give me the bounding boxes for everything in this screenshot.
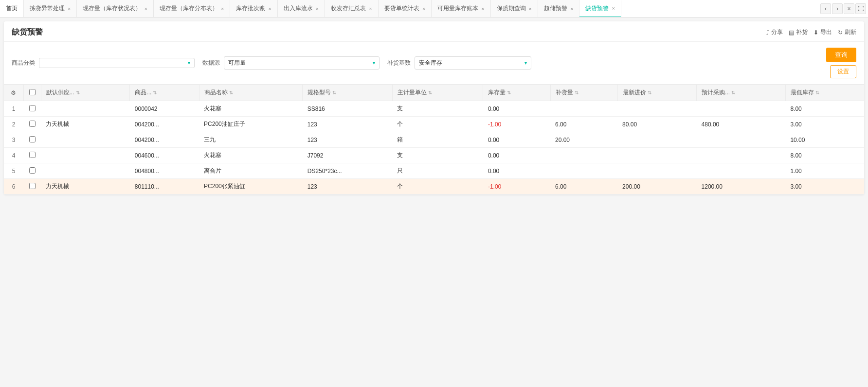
tab-flow[interactable]: 出入库流水 × (278, 0, 325, 17)
row-num-2: 2 (4, 117, 23, 132)
cell-replenish-qty-5 (550, 163, 617, 179)
cell-latest-price-6: 200.00 (617, 179, 696, 194)
tab-home[interactable]: 首页 (0, 0, 24, 17)
th-check (23, 85, 41, 101)
row-checkbox-1[interactable] (29, 105, 36, 111)
replenish-basis-select-arrow: ▾ (524, 60, 527, 66)
tab-order-stat-close[interactable]: × (422, 6, 425, 12)
tab-batch-close[interactable]: × (268, 6, 271, 12)
replenish-basis-select[interactable]: 安全库存 ▾ (415, 56, 531, 70)
tab-inventory-status[interactable]: 现存量（库存状况表） × (77, 0, 153, 17)
tab-exception-close[interactable]: × (68, 6, 71, 12)
th-unit: 主计量单位 ⇅ (392, 85, 483, 101)
cell-stock-1: 0.00 (483, 101, 550, 117)
cell-code-5: 004800... (130, 163, 199, 179)
tab-fullscreen[interactable]: ⛶ (855, 3, 866, 14)
row-check-3[interactable] (23, 132, 41, 148)
tab-scroll-right[interactable]: › (832, 3, 843, 14)
cell-unit-6: 个 (392, 179, 483, 194)
datasource-select[interactable]: 可用量 ▾ (224, 56, 380, 70)
row-check-6[interactable] (23, 179, 41, 194)
settings-button[interactable]: 设置 (830, 65, 856, 78)
row-check-2[interactable] (23, 117, 41, 132)
sort-icon-unit[interactable]: ⇅ (428, 90, 432, 95)
th-gear[interactable]: ⚙ (4, 85, 23, 101)
tab-available-ledger[interactable]: 可用量库存账本 × (432, 0, 490, 17)
cell-name-4: 火花塞 (199, 148, 303, 163)
row-check-1[interactable] (23, 101, 41, 117)
cell-min-stock-4: 8.00 (785, 148, 864, 163)
select-all-checkbox[interactable] (29, 89, 36, 95)
tab-shortage-close[interactable]: × (612, 5, 615, 11)
cell-latest-price-1 (617, 101, 696, 117)
replenish-basis-filter-group: 补货基数 安全库存 ▾ (387, 56, 531, 70)
export-icon: ⬇ (814, 29, 818, 36)
tab-expiry[interactable]: 保质期查询 × (491, 0, 538, 17)
tab-receipt-summary-close[interactable]: × (369, 6, 372, 12)
row-checkbox-3[interactable] (29, 136, 36, 142)
sort-icon-supplier[interactable]: ⇅ (76, 90, 80, 95)
tab-close-current[interactable]: × (844, 3, 854, 14)
datasource-label: 数据源 (202, 59, 220, 67)
gear-icon[interactable]: ⚙ (11, 89, 16, 96)
table-row: 6 力天机械 801110... PC200张紧油缸 123 个 -1.00 6… (4, 179, 864, 194)
cell-spec-5: DS250*23c... (303, 163, 392, 179)
category-select-arrow: ▾ (188, 60, 190, 66)
sort-icon-est-purchase[interactable]: ⇅ (731, 90, 735, 95)
row-checkbox-5[interactable] (29, 167, 36, 174)
tab-flow-close[interactable]: × (316, 6, 319, 12)
tab-exception[interactable]: 拣货异常处理 × (24, 0, 77, 17)
sort-icon-replenish-qty[interactable]: ⇅ (575, 90, 579, 95)
sort-icon-latest-price[interactable]: ⇅ (648, 90, 651, 95)
cell-name-3: 三九 (199, 132, 303, 148)
tab-expiry-close[interactable]: × (529, 6, 532, 12)
cell-stock-5: 0.00 (483, 163, 550, 179)
tab-order-stat[interactable]: 要货单统计表 × (379, 0, 432, 17)
row-checkbox-2[interactable] (29, 121, 36, 127)
th-replenish-qty: 补货量 ⇅ (550, 85, 617, 101)
tab-inventory-dist[interactable]: 现存量（库存分布表） × (154, 0, 230, 17)
export-button[interactable]: ⬇ 导出 (814, 28, 832, 36)
tab-overstock[interactable]: 超储预警 × (538, 0, 579, 17)
cell-name-2: PC200油缸庄子 (199, 117, 303, 132)
cell-spec-6: 123 (303, 179, 392, 194)
category-select[interactable]: ▾ (39, 58, 195, 68)
tab-batch[interactable]: 库存批次账 × (230, 0, 277, 17)
share-button[interactable]: ⤴ 分享 (766, 28, 783, 36)
page-title: 缺货预警 (12, 27, 43, 37)
cell-supplier-1 (41, 101, 130, 117)
row-check-4[interactable] (23, 148, 41, 163)
row-checkbox-4[interactable] (29, 152, 36, 158)
cell-min-stock-6: 3.00 (785, 179, 864, 194)
th-latest-price: 最新进价 ⇅ (617, 85, 696, 101)
row-check-5[interactable] (23, 163, 41, 179)
cell-est-purchase-4 (697, 148, 786, 163)
sort-icon-name[interactable]: ⇅ (229, 90, 233, 95)
cell-stock-6: -1.00 (483, 179, 550, 194)
cell-est-purchase-6: 1200.00 (697, 179, 786, 194)
sort-icon-stock[interactable]: ⇅ (507, 90, 511, 95)
tab-receipt-summary[interactable]: 收发存汇总表 × (325, 0, 378, 17)
tab-scroll-left[interactable]: ‹ (820, 3, 831, 14)
replenish-basis-select-value: 安全库存 (419, 59, 442, 67)
tab-available-ledger-close[interactable]: × (481, 6, 484, 12)
tab-inventory-status-close[interactable]: × (144, 6, 147, 12)
query-button[interactable]: 查询 (826, 48, 856, 62)
sort-icon-code[interactable]: ⇅ (153, 90, 157, 95)
cell-est-purchase-3 (697, 132, 786, 148)
replenish-icon: ▤ (789, 29, 794, 36)
row-checkbox-6[interactable] (29, 183, 36, 189)
refresh-button[interactable]: ↻ 刷新 (838, 28, 856, 36)
table-row: 1 0000042 火花塞 SS816 支 0.00 8.00 (4, 101, 864, 117)
sort-icon-min-stock[interactable]: ⇅ (815, 90, 819, 95)
cell-spec-1: SS816 (303, 101, 392, 117)
datasource-filter-group: 数据源 可用量 ▾ (202, 56, 380, 70)
tab-overstock-close[interactable]: × (570, 6, 573, 12)
table-row: 3 004200... 三九 123 箱 0.00 20.00 10.00 (4, 132, 864, 148)
tab-shortage[interactable]: 缺货预警 × (579, 0, 621, 18)
replenish-button[interactable]: ▤ 补货 (789, 28, 808, 36)
tab-inventory-dist-close[interactable]: × (221, 6, 224, 12)
row-num-6: 6 (4, 179, 23, 194)
row-num-4: 4 (4, 148, 23, 163)
sort-icon-spec[interactable]: ⇅ (332, 90, 336, 95)
